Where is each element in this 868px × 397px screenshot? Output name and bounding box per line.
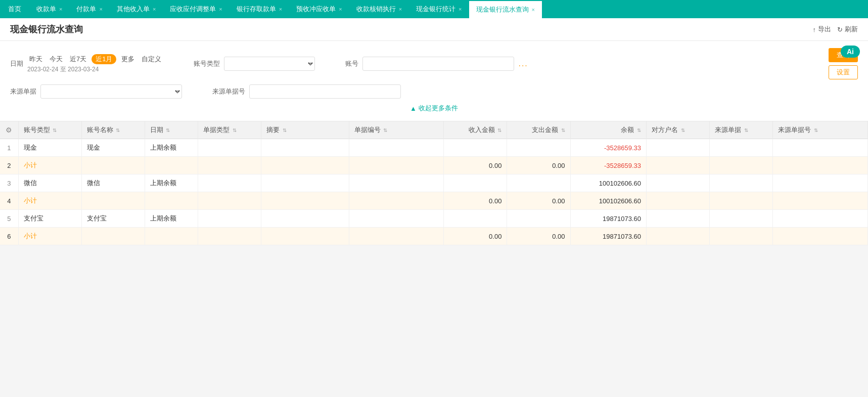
close-icon[interactable]: × (339, 0, 342, 18)
close-icon[interactable]: × (99, 0, 102, 18)
nav-tab-现金银行统计[interactable]: 现金银行统计 × (409, 0, 469, 18)
nav-tab-其他收入单[interactable]: 其他收入单 × (110, 0, 163, 18)
sort-icon: ⇅ (637, 127, 641, 133)
row-counterparty (646, 192, 709, 210)
date-shortcut-today[interactable]: 今天 (48, 54, 65, 64)
settings-button[interactable]: 设置 (829, 65, 858, 79)
row-num: 6 (0, 228, 18, 245)
sort-icon: ⇅ (561, 127, 565, 133)
row-source-doc-no (773, 210, 868, 228)
nav-tab-收款单[interactable]: 收款单 × (29, 0, 69, 18)
row-doc-type (198, 192, 261, 210)
th-doc-type[interactable]: 单据类型 ⇅ (198, 121, 261, 139)
page-header: 现金银行流水查询 ↑ 导出 ↻ 刷新 (0, 18, 868, 41)
date-shortcut-more[interactable]: 更多 (119, 54, 136, 64)
row-num: 4 (0, 192, 18, 210)
th-source-doc-no[interactable]: 来源单据号 ⇅ (773, 121, 868, 139)
close-icon[interactable]: × (59, 0, 62, 18)
th-counterparty[interactable]: 对方户名 ⇅ (646, 121, 709, 139)
export-icon: ↑ (813, 26, 816, 33)
nav-home[interactable]: 首页 (0, 0, 29, 18)
th-date[interactable]: 日期 ⇅ (145, 121, 198, 139)
table-row[interactable]: 4 小计 0.00 0.00 100102606.60 (0, 192, 868, 210)
sort-icon: ⇅ (383, 127, 387, 133)
nav-tab-应收应付调整单[interactable]: 应收应付调整单 × (163, 0, 229, 18)
account-number-input[interactable] (362, 57, 514, 71)
th-income[interactable]: 收入金额 ⇅ (444, 121, 507, 139)
sort-icon: ⇅ (233, 127, 237, 133)
header-actions: ↑ 导出 ↻ 刷新 (813, 25, 858, 34)
date-shortcut-yesterday[interactable]: 昨天 (27, 54, 44, 64)
row-balance: 100102606.60 (570, 174, 646, 192)
close-icon[interactable]: × (532, 1, 535, 18)
sort-icon: ⇅ (283, 127, 287, 133)
date-filter-group: 日期 昨天 今天 近7天 近1月 更多 自定义 2023-02-24 至 202… (10, 54, 163, 74)
sort-icon: ⇅ (814, 127, 818, 133)
row-date: 上期余额 (145, 174, 198, 192)
sort-icon: ⇅ (681, 127, 685, 133)
row-balance: 19871073.60 (570, 210, 646, 228)
nav-tab-付款单[interactable]: 付款单 × (69, 0, 109, 18)
row-summary (261, 139, 349, 157)
row-num: 5 (0, 210, 18, 228)
export-button[interactable]: ↑ 导出 (813, 25, 832, 34)
date-shortcut-7days[interactable]: 近7天 (68, 54, 88, 64)
row-source-doc-no (773, 139, 868, 157)
table-row[interactable]: 2 小计 0.00 0.00 -3528659.33 (0, 157, 868, 174)
row-balance: 19871073.60 (570, 228, 646, 245)
row-date (145, 157, 198, 174)
close-icon[interactable]: × (219, 0, 222, 18)
row-date: 上期余额 (145, 210, 198, 228)
nav-tab-收款核销执行[interactable]: 收款核销执行 × (349, 0, 409, 18)
row-income (444, 174, 507, 192)
th-account-type[interactable]: 账号类型 ⇅ (18, 121, 81, 139)
row-date (145, 228, 198, 245)
close-icon[interactable]: × (153, 0, 156, 18)
row-account-type: 小计 (18, 192, 81, 210)
date-shortcut-1month[interactable]: 近1月 (92, 54, 116, 64)
source-doc-select[interactable] (40, 84, 182, 99)
data-table-container: ⚙ 账号类型 ⇅ 账号名称 ⇅ 日期 ⇅ 单据类型 ⇅ (0, 121, 868, 245)
row-counterparty (646, 157, 709, 174)
row-balance: -3528659.33 (570, 139, 646, 157)
th-summary[interactable]: 摘要 ⇅ (261, 121, 349, 139)
collapse-bar[interactable]: ▲ 收起更多条件 (10, 101, 858, 114)
row-source-doc (710, 210, 773, 228)
row-doc-no (349, 157, 444, 174)
account-number-dots-button[interactable]: ... (518, 59, 528, 68)
date-shortcuts-group: 昨天 今天 近7天 近1月 更多 自定义 2023-02-24 至 2023-0… (27, 54, 163, 74)
row-account-name (81, 157, 145, 174)
th-account-name[interactable]: 账号名称 ⇅ (81, 121, 145, 139)
row-doc-no (349, 139, 444, 157)
close-icon[interactable]: × (459, 0, 462, 18)
th-settings[interactable]: ⚙ (0, 121, 18, 139)
th-source-doc[interactable]: 来源单据 ⇅ (710, 121, 773, 139)
table-row[interactable]: 5 支付宝 支付宝 上期余额 19871073.60 (0, 210, 868, 228)
account-type-select[interactable]: 现金 微信 支付宝 (224, 57, 315, 71)
refresh-button[interactable]: ↻ 刷新 (837, 25, 858, 34)
nav-tab-现金银行流水查询[interactable]: 现金银行流水查询 × (469, 0, 542, 18)
source-doc-no-filter-group: 来源单据号 (212, 84, 401, 99)
nav-tab-预收冲应收单[interactable]: 预收冲应收单 × (289, 0, 349, 18)
date-shortcut-custom[interactable]: 自定义 (140, 54, 163, 64)
row-account-name: 支付宝 (81, 210, 145, 228)
row-source-doc (710, 174, 773, 192)
table-row[interactable]: 3 微信 微信 上期余额 100102606.60 (0, 174, 868, 192)
row-income (444, 139, 507, 157)
ai-badge[interactable]: Ai (841, 46, 860, 58)
nav-tab-银行存取款单[interactable]: 银行存取款单 × (230, 0, 289, 18)
table-row[interactable]: 1 现金 现金 上期余额 -3528659.33 (0, 139, 868, 157)
collapse-up-icon: ▲ (410, 105, 417, 112)
close-icon[interactable]: × (399, 0, 402, 18)
row-num: 2 (0, 157, 18, 174)
close-icon[interactable]: × (279, 0, 282, 18)
row-num: 3 (0, 174, 18, 192)
th-balance[interactable]: 余额 ⇅ (570, 121, 646, 139)
table-row[interactable]: 6 小计 0.00 0.00 19871073.60 (0, 228, 868, 245)
th-doc-no[interactable]: 单据编号 ⇅ (349, 121, 444, 139)
source-doc-no-input[interactable] (249, 84, 401, 99)
gear-icon[interactable]: ⚙ (6, 126, 12, 134)
sort-icon: ⇅ (166, 127, 170, 133)
th-expense[interactable]: 支出金额 ⇅ (507, 121, 570, 139)
row-account-name (81, 192, 145, 210)
